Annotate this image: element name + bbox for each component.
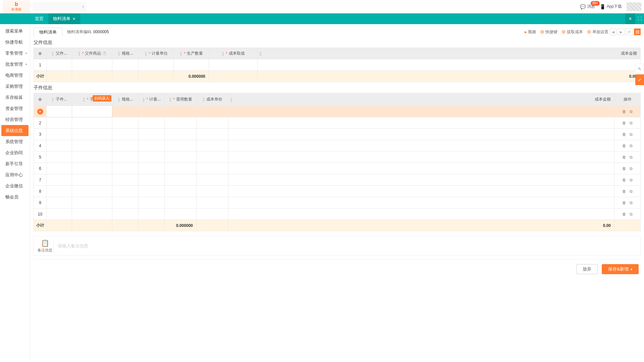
tab-home[interactable]: 首页 — [30, 13, 48, 24]
delete-icon[interactable]: 🗑 — [622, 200, 626, 205]
sort-icon[interactable]: ▲▼ — [78, 51, 81, 56]
app-download-label: App下载 — [607, 4, 622, 9]
child-row[interactable]: 3🗑⧉ — [34, 129, 641, 140]
child-row[interactable]: 2🗑⧉ — [34, 117, 641, 129]
next-button[interactable]: ▶ — [618, 28, 625, 35]
hotkey-link[interactable]: ⚙快捷键 — [540, 29, 557, 35]
extract-cost-label: 提取成本 — [567, 29, 583, 35]
remarks-input[interactable] — [53, 239, 638, 253]
copy-icon[interactable]: ⧉ — [630, 143, 633, 148]
delete-icon[interactable]: 🗑 — [622, 121, 626, 125]
messages-button[interactable]: 💬 消息 99+ — [580, 4, 595, 9]
sort-icon[interactable]: ▲▼ — [51, 51, 54, 56]
company-selector[interactable]: ▾ — [33, 2, 87, 11]
delete-icon[interactable]: 🗑 — [622, 143, 626, 148]
save-new-button[interactable]: 保存&新增▾ — [602, 264, 639, 274]
copy-icon[interactable]: ⧉ — [630, 121, 633, 125]
form-view-button[interactable]: ▤ — [634, 28, 641, 35]
help-icon[interactable]: ? — [102, 52, 106, 56]
doc-settings-link[interactable]: ⚙单据设置 — [587, 29, 608, 35]
sort-icon[interactable]: ▲▼ — [169, 97, 172, 102]
parent-gear-header[interactable]: ⚙ — [34, 48, 47, 59]
sort-icon[interactable]: ▲▼ — [221, 51, 224, 56]
sort-icon[interactable]: ▲▼ — [202, 97, 205, 102]
sort-icon[interactable]: ▲▼ — [117, 51, 120, 56]
delete-icon[interactable]: 🗑 — [622, 166, 626, 171]
close-all-tabs-button[interactable]: ✕ — [625, 13, 635, 24]
messages-badge: 99+ — [591, 1, 600, 6]
copy-icon[interactable]: ⧉ — [630, 109, 633, 114]
scan-entry-badge[interactable]: 扫码录入 — [93, 95, 111, 102]
sort-icon[interactable]: ▲▼ — [51, 97, 54, 102]
sort-icon[interactable]: ▲▼ — [142, 97, 145, 102]
sort-icon[interactable]: ▲▼ — [230, 97, 233, 102]
child-row[interactable]: +🗑⧉ — [34, 106, 641, 117]
sort-icon[interactable]: ▲▼ — [259, 51, 262, 56]
sidebar-item-13[interactable]: 应用中心 — [0, 169, 30, 180]
sidebar-item-1[interactable]: 快捷导航 — [0, 37, 30, 48]
parent-row[interactable]: 1 — [34, 59, 641, 71]
delete-icon[interactable]: 🗑 — [622, 212, 626, 217]
cancel-button[interactable]: 放弃 — [576, 264, 598, 274]
sort-icon[interactable]: ▲▼ — [179, 51, 182, 56]
copy-icon[interactable]: ⧉ — [630, 132, 633, 137]
copy-icon[interactable]: ⧉ — [630, 212, 633, 217]
child-row-ops: 🗑⧉ — [614, 106, 641, 117]
copy-icon[interactable]: ⧉ — [630, 189, 633, 194]
add-row-icon[interactable]: + — [37, 109, 43, 115]
sort-icon[interactable]: ▲▼ — [117, 97, 120, 102]
tag-icon: ⚙ — [561, 29, 566, 35]
prev-button[interactable]: ◀ — [610, 28, 616, 35]
copy-icon[interactable]: ⧉ — [630, 155, 633, 160]
extract-cost-link[interactable]: ⚙提取成本 — [561, 29, 583, 35]
video-link[interactable]: ▸视频 — [525, 29, 536, 35]
child-row[interactable]: 8🗑⧉ — [34, 186, 641, 197]
sidebar-item-4[interactable]: 电商管理 — [0, 70, 30, 81]
copy-icon[interactable]: ⧉ — [630, 178, 633, 182]
sidebar-item-6[interactable]: 库存核算 — [0, 92, 30, 103]
chevron-down-icon: ▾ — [25, 52, 27, 55]
child-row[interactable]: 5🗑⧉ — [34, 152, 641, 163]
sidebar-item-0[interactable]: 搜索菜单 — [0, 25, 30, 37]
sidebar-item-7[interactable]: 资金管理 — [0, 103, 30, 114]
sidebar-item-9[interactable]: 基础信息 — [1, 125, 29, 136]
sidebar-item-12[interactable]: 新手引导 — [0, 158, 30, 169]
sidebar-item-10[interactable]: 系统管理 — [0, 136, 30, 147]
child-gear-header[interactable]: ⚙ — [34, 93, 47, 106]
delete-icon[interactable]: 🗑 — [622, 132, 626, 137]
sidebar-item-5[interactable]: 采购管理 — [0, 81, 30, 92]
child-row[interactable]: 7🗑⧉ — [34, 174, 641, 186]
delete-icon[interactable]: 🗑 — [622, 155, 626, 160]
sidebar-item-8[interactable]: 经营管理 — [0, 114, 30, 125]
child-row-ops: 🗑⧉ — [614, 174, 641, 186]
sort-icon[interactable]: ▲▼ — [83, 97, 86, 102]
copy-icon[interactable]: ⧉ — [630, 200, 633, 205]
close-icon[interactable]: ✕ — [72, 17, 75, 21]
expand-float-button[interactable]: ⤢ — [635, 74, 644, 85]
subtab-bom[interactable]: 物料清单 — [34, 27, 62, 37]
delete-icon[interactable]: 🗑 — [622, 178, 626, 182]
delete-icon[interactable]: 🗑 — [622, 189, 626, 194]
child-subtotal-row: 小计 0.000000 0.00 — [34, 220, 641, 231]
list-view-button[interactable]: ≡ — [626, 28, 633, 35]
user-avatar[interactable] — [627, 2, 641, 11]
delete-icon[interactable]: 🗑 — [622, 109, 626, 114]
sidebar-item-14[interactable]: 企业微信 — [0, 180, 30, 191]
sort-icon[interactable]: ▲▼ — [144, 51, 147, 56]
sidebar-item-11[interactable]: 企业协同 — [0, 147, 30, 158]
child-row-ops: 🗑⧉ — [614, 186, 641, 197]
copy-icon[interactable]: ⧉ — [630, 166, 633, 171]
child-row[interactable]: 6🗑⧉ — [34, 163, 641, 174]
sidebar-item-2[interactable]: 零售管理▾ — [0, 48, 30, 59]
sidebar-item-15[interactable]: 畅会员 — [0, 191, 30, 202]
app-download-button[interactable]: 📱 App下载 — [600, 4, 622, 9]
remarks-section: 📋 备注信息 — [34, 236, 641, 256]
child-row[interactable]: 10🗑⧉ — [34, 208, 641, 220]
child-row[interactable]: 9🗑⧉ — [34, 197, 641, 208]
tab-bom[interactable]: 物料清单 ✕ — [48, 13, 80, 24]
sidebar-item-3[interactable]: 批发管理▾ — [0, 59, 30, 70]
edit-float-button[interactable]: ✎ — [635, 64, 644, 74]
child-row[interactable]: 4🗑⧉ — [34, 140, 641, 152]
chat-icon: 💬 — [580, 4, 586, 9]
fullscreen-icon[interactable]: ⛶ — [635, 13, 644, 24]
